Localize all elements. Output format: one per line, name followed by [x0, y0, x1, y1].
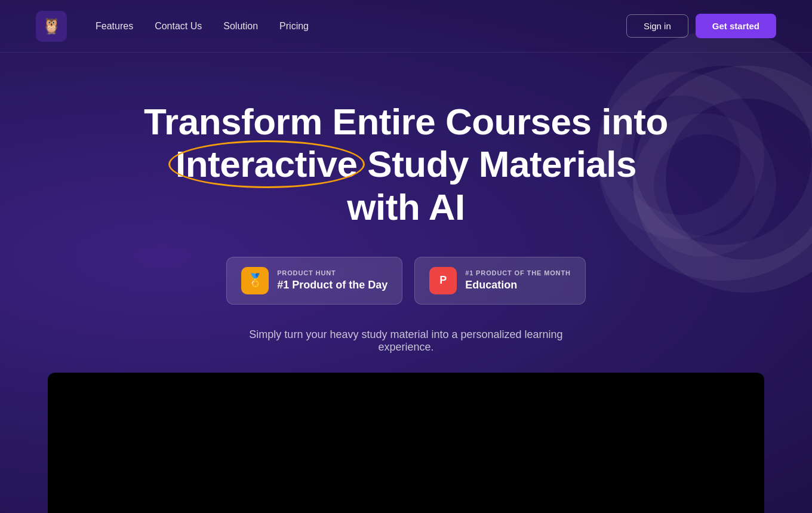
product-month-icon: P	[429, 267, 457, 294]
hero-title-part2: Study Materials with AI	[347, 143, 636, 227]
badge-ph-text: PRODUCT HUNT #1 Product of the Day	[277, 269, 387, 291]
signin-button[interactable]: Sign in	[626, 14, 688, 38]
video-container[interactable]	[48, 373, 764, 513]
nav-item-solution[interactable]: Solution	[223, 21, 258, 32]
nav-link-solution[interactable]: Solution	[223, 21, 258, 31]
badge-ph-value: #1 Product of the Day	[277, 279, 387, 291]
logo-icon: 🦉	[36, 11, 67, 42]
nav-right: Sign in Get started	[626, 14, 776, 38]
hero-section: Transform Entire Courses into Interactiv…	[0, 53, 812, 513]
nav-left: 🦉 Features Contact Us Solution Pricing	[36, 11, 309, 42]
logo-link[interactable]: 🦉	[36, 11, 67, 42]
hero-subtitle: Simply turn your heavy study material in…	[227, 328, 585, 354]
badge-month-text: #1 PRODUCT OF THE MONTH Education	[465, 269, 571, 291]
badges-row: 🏅 PRODUCT HUNT #1 Product of the Day P #…	[226, 257, 586, 305]
badge-month-label: #1 PRODUCT OF THE MONTH	[465, 269, 571, 277]
badge-ph-label: PRODUCT HUNT	[277, 269, 387, 277]
hero-title-highlighted: Interactive	[176, 143, 358, 185]
badge-product-hunt: 🏅 PRODUCT HUNT #1 Product of the Day	[226, 257, 402, 305]
nav-item-pricing[interactable]: Pricing	[279, 21, 309, 32]
hero-title-part1: Transform Entire Courses into	[144, 101, 668, 142]
nav-item-contact[interactable]: Contact Us	[155, 21, 202, 32]
product-hunt-icon: 🏅	[241, 267, 269, 294]
navbar: 🦉 Features Contact Us Solution Pricing	[0, 0, 812, 53]
nav-link-features[interactable]: Features	[96, 21, 133, 31]
nav-link-pricing[interactable]: Pricing	[279, 21, 309, 31]
nav-item-features[interactable]: Features	[96, 21, 133, 32]
badge-month-value: Education	[465, 279, 571, 291]
nav-link-contact[interactable]: Contact Us	[155, 21, 202, 31]
getstarted-button[interactable]: Get started	[696, 14, 776, 38]
nav-links: Features Contact Us Solution Pricing	[96, 21, 309, 32]
badge-product-month: P #1 PRODUCT OF THE MONTH Education	[414, 257, 586, 305]
hero-title: Transform Entire Courses into Interactiv…	[137, 100, 675, 228]
